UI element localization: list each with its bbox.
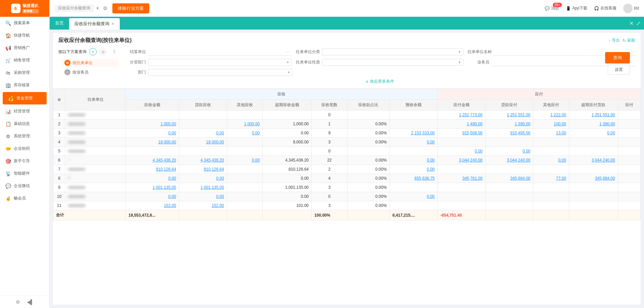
table-row: 7■■■■■■■810,126.64810,126.64810,126.6420… [53,165,641,174]
trial-button[interactable]: 体验行业方案 [112,3,149,13]
cell-link[interactable]: 1,000.00 [244,122,260,126]
export-button[interactable]: ↑ 导出 [608,38,620,43]
cell-link[interactable]: 0.00 [216,194,224,199]
cell-link[interactable]: 0.00 [216,176,224,181]
sidebar-settings-btn[interactable]: ⚙ [16,299,20,305]
data-table: ⚙ 往来单位 应收 应付 应收金额 贷款应收 其他应收 超期应收金额 应收笔数 … [53,89,641,220]
cell-link[interactable]: 915,495.56 [510,131,530,135]
cell-link[interactable]: 2,153,333.00 [411,131,435,135]
sidebar-item-quick-nav[interactable]: 🏠 快捷导航 [0,29,49,42]
cell-link[interactable]: 77.00 [556,176,566,181]
member-icon: ✌ [5,196,11,201]
sidebar-item-corp-collab[interactable]: 🤝 企业协同 [0,142,49,155]
partner-nature-select[interactable]: ▼ [322,59,464,66]
sidebar-item-search-menu[interactable]: 🔍 搜索菜单 [0,17,49,29]
sidebar-item-inventory[interactable]: 🏢 库存核算 [0,79,49,91]
sidebar-item-base-info[interactable]: 📋 基础信息 [0,118,49,130]
cell-link[interactable]: 0.00 [558,158,566,163]
header-user[interactable]: Rit [623,4,639,13]
cell-link[interactable]: 0.00 [607,131,615,135]
filter-collapse-icon[interactable]: 《 [109,48,117,55]
guide-icon: 🎯 [5,159,11,164]
sidebar-item-operations[interactable]: 📊 经营管理 [0,105,49,118]
cell-link[interactable]: 0.00 [427,194,434,199]
cell-link[interactable]: 4,345,436.20 [153,158,176,163]
cell-link[interactable]: 100.00 [554,122,566,126]
cell-link[interactable]: 1,390.00 [599,122,615,126]
department-select[interactable]: ▼ [148,69,293,76]
cell-link[interactable]: 1,000.00 [160,122,176,126]
cell-link[interactable]: 0.00 [216,131,224,135]
cell-link[interactable]: 0.00 [427,158,434,163]
cell-link[interactable]: 3,044,240.00 [592,158,615,163]
sidebar-item-member[interactable]: ✌ 畅会员 [0,192,49,205]
sidebar-item-corp-wechat[interactable]: 💬 企业微信 [0,180,49,192]
sidebar-item-marketing[interactable]: 📢 营销推广 [0,42,49,54]
search-menu-icon: 🔍 [5,20,11,26]
query-button[interactable]: 查询 [605,52,630,63]
cell-link[interactable]: 0.00 [427,167,434,172]
sidebar-item-finance[interactable]: 💰 资金管理 [3,92,47,104]
header-online-service[interactable]: 🎧 在线客服 [594,5,616,11]
cell-link[interactable]: 345,684.00 [595,176,615,181]
filter-option-partner[interactable]: 畅 按往来单位 [62,59,119,67]
cell-link[interactable]: 1,390.00 [515,122,531,126]
sidebar-item-smart-hw[interactable]: 📡 智能硬件 [0,167,49,180]
sidebar-item-purchase[interactable]: 🛍 采购管理 [0,67,49,79]
sidebar-collapse-btn[interactable]: ◀▌ [27,299,34,305]
cell-link[interactable]: 1,222.00 [550,113,566,117]
cell-link[interactable]: 18,000.00 [158,140,176,144]
filter-settings-icon-btn[interactable]: ◎ [99,48,107,55]
tab-home[interactable]: 首页 [50,17,69,30]
cell-link[interactable]: 345,761.00 [462,176,482,181]
cell-link[interactable]: 655,636.75 [415,176,435,181]
cell-link[interactable]: 1,251,551.00 [507,113,530,117]
cell-link[interactable]: 915,508.56 [462,131,482,135]
tabbar-expand-icon[interactable]: ⤢ [636,20,641,27]
dept-managed-select[interactable]: ▼ [148,59,292,66]
cell-link[interactable]: 3,044,240.00 [507,158,530,163]
cell-link[interactable]: 0.00 [168,176,176,181]
tabbar-close-icon[interactable]: ✕ [629,20,634,27]
cell-link[interactable]: 4,345,436.20 [201,158,224,163]
header-app-download[interactable]: 📱 App下载 [566,5,587,11]
cell-link[interactable]: 0.00 [168,194,176,199]
tab-ar-ap-query[interactable]: 应收应付余额查询 ✕ [69,18,120,30]
cell-link[interactable]: 18,000.00 [206,140,224,144]
header-gear-icon[interactable]: ⚙ [103,5,107,11]
cell-link[interactable]: 810,126.64 [156,167,176,172]
tab-close-icon[interactable]: ✕ [111,22,114,26]
th-settings[interactable]: ⚙ [53,89,65,111]
sidebar-item-sales[interactable]: 🛒 销售管理 [0,54,49,67]
settings-button[interactable]: 设置 [608,65,630,75]
partner-cat-select[interactable]: ▼ [322,48,464,55]
operations-icon: 📊 [5,109,11,114]
cell-link[interactable]: 0.00 [252,158,260,163]
cell-link[interactable]: 1,001,135.00 [153,185,176,190]
cell-link[interactable]: 3,044,240.00 [459,158,482,163]
cell-link[interactable]: 1,251,551.00 [592,113,615,117]
cell-link[interactable]: 0.00 [252,131,260,135]
service-icon: 🎧 [594,6,599,11]
cell-link[interactable]: 345,684.00 [510,176,530,181]
cell-link[interactable]: 0.00 [168,131,176,135]
logo-text: 畅捷通叭 标准版 [22,3,39,13]
settlement-unit-input[interactable]: ··· [148,48,292,56]
filter-option-salesperson[interactable]: ◷ 按业务员 [62,68,119,76]
collapse-more-btn[interactable]: ∧ 收起更多条件 [124,79,635,84]
cell-link[interactable]: 13.00 [556,131,566,135]
sidebar-item-system[interactable]: ⚙ 系统管理 [0,130,49,142]
cell-link[interactable]: 0.00 [523,149,530,153]
cell-link[interactable]: 1,490.00 [467,122,483,126]
cell-link[interactable]: 810,126.64 [204,167,224,172]
filter-add-button[interactable]: + [89,48,97,55]
cell-link[interactable]: 152.00 [212,203,224,208]
header-messages[interactable]: 💬 消息 99+ [545,5,559,11]
sidebar-item-guide[interactable]: 🎯 新手引导 [0,155,49,167]
cell-link[interactable]: 1,001,135.00 [201,185,224,190]
cell-link[interactable]: 0.00 [427,140,434,144]
cell-link[interactable]: 0.00 [475,149,482,153]
refresh-button[interactable]: ↻ 刷新 [623,38,635,43]
cell-link[interactable]: 1,252,773.00 [459,113,482,117]
cell-link[interactable]: 152.00 [164,203,176,208]
